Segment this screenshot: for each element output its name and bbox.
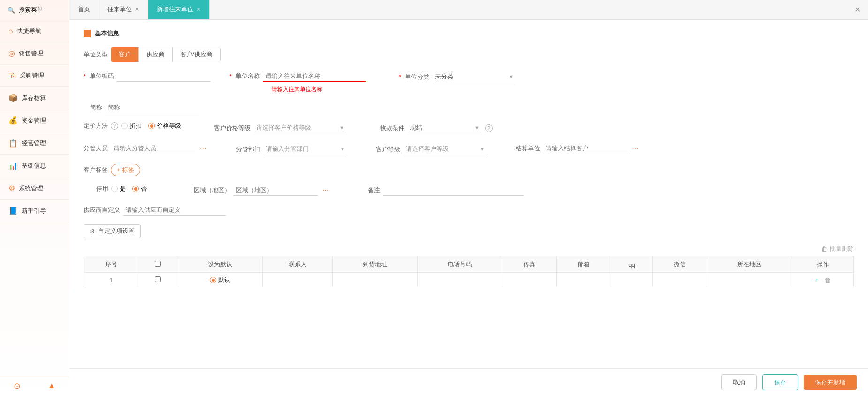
col-default: 设为默认 (178, 256, 263, 273)
radio-yes[interactable]: 是 (111, 185, 126, 193)
btn-supplier[interactable]: 供应商 (139, 47, 173, 62)
pricing-method-label: 定价方法 (84, 122, 108, 130)
dept-group: 分管部门 请输入分管部门 ▼ (236, 143, 348, 155)
basic-info-icon: 📊 (8, 161, 18, 170)
settlement-unit-input[interactable] (543, 143, 627, 154)
unit-type-row: 单位类型 客户 供应商 客户/供应商 (84, 47, 854, 62)
supplier-custom-label: 供应商自定义 (84, 206, 120, 214)
region-input[interactable] (233, 185, 318, 196)
sidebar-item-purchase[interactable]: 🛍 采购管理 (0, 65, 69, 87)
sidebar-extra-btn[interactable]: ▲ (35, 376, 69, 396)
quick-nav-icon: ⌂ (8, 27, 13, 35)
radio-discount[interactable]: 折扣 (121, 122, 142, 130)
manager-input[interactable] (111, 143, 195, 154)
pricing-radio-group: 折扣 价格等级 (121, 122, 181, 130)
batch-delete-label[interactable]: 批量删除 (830, 245, 854, 253)
cell-qq (611, 273, 653, 287)
region-more-icon[interactable]: ··· (320, 186, 330, 194)
unit-code-input[interactable]: 000009 (117, 70, 211, 82)
save-new-button[interactable]: 保存并新增 (804, 375, 857, 390)
tab-add-partner-close[interactable]: ✕ (196, 6, 201, 13)
sidebar-item-capital[interactable]: 💰 资金管理 (0, 109, 69, 132)
tab-partner-list[interactable]: 往来单位 ✕ (99, 0, 148, 19)
manager-label: 分管人员 (84, 144, 108, 153)
payment-terms-group: 收款条件 现结 ▼ ? (380, 122, 493, 134)
select-all-checkbox[interactable] (155, 261, 161, 267)
custom-settings-button[interactable]: ⚙ 自定义项设置 (84, 224, 141, 238)
tab-home[interactable]: 首页 (69, 0, 99, 19)
row-checkbox[interactable] (155, 276, 161, 282)
sidebar-item-label: 系统管理 (19, 184, 43, 193)
radio-no[interactable]: 否 (132, 185, 147, 193)
supplier-custom-input[interactable] (123, 204, 226, 216)
add-tag-button[interactable]: + 标签 (111, 164, 140, 176)
col-fax: 传真 (502, 256, 556, 273)
radio-price-level-label: 价格等级 (157, 122, 181, 130)
unit-code-group: * 单位编码 000009 (84, 70, 211, 82)
sidebar-item-operations[interactable]: 📋 经营管理 (0, 132, 69, 155)
default-label: 默认 (218, 276, 230, 284)
manager-group: 分管人员 ··· (84, 143, 208, 154)
default-radio[interactable]: 默认 (183, 276, 258, 284)
unit-category-select[interactable]: 未分类 ▼ (432, 70, 517, 83)
sidebar-item-inventory[interactable]: 📦 库存核算 (0, 87, 69, 109)
default-radio-circle (210, 277, 216, 283)
supplier-custom-row: 供应商自定义 (84, 204, 854, 216)
table-row: 1 默认 (84, 273, 854, 287)
cell-default: 默认 (178, 273, 263, 287)
pricing-method-help-icon[interactable]: ? (111, 122, 118, 130)
sidebar-item-new-guide[interactable]: 📘 新手引导 (0, 200, 69, 222)
col-seq: 序号 (84, 256, 138, 273)
del-row-icon[interactable]: 🗑 (824, 277, 830, 284)
window-close-icon[interactable]: ✕ (854, 5, 860, 14)
save-button[interactable]: 保存 (762, 374, 798, 390)
customer-level-select[interactable]: 请选择客户等级 ▼ (403, 143, 487, 155)
cancel-button[interactable]: 取消 (721, 374, 757, 390)
payment-terms-chevron-icon: ▼ (474, 125, 480, 131)
required-star-code: * (84, 73, 86, 80)
settings-gear-icon: ⚙ (90, 228, 95, 235)
tab-partner-list-close[interactable]: ✕ (135, 6, 139, 13)
abbr-group: 简称 (84, 102, 199, 113)
payment-terms-help-icon[interactable]: ? (485, 124, 493, 132)
unit-name-group: * 单位名称 请输入往来单位名称 (229, 70, 366, 93)
manager-more-icon[interactable]: ··· (198, 144, 208, 153)
settlement-unit-more-icon[interactable]: ··· (630, 144, 640, 153)
customer-price-level-select[interactable]: 请选择客户价格等级 ▼ (253, 122, 347, 134)
customer-price-level-label: 客户价格等级 (214, 124, 251, 132)
sidebar-item-basic-info[interactable]: 📊 基础信息 (0, 155, 69, 177)
disable-radio-group: 是 否 (111, 185, 147, 193)
cell-region (707, 273, 792, 287)
remark-input[interactable] (383, 185, 524, 196)
btn-customer[interactable]: 客户 (111, 47, 139, 62)
sidebar-item-sys-mgmt[interactable]: ⚙ 系统管理 (0, 177, 69, 200)
unit-name-input[interactable] (263, 70, 366, 82)
sidebar-item-quick-nav[interactable]: ⌂ 快捷导航 (0, 20, 69, 42)
cell-checkbox[interactable] (138, 273, 178, 287)
add-row-icon[interactable]: + (815, 277, 819, 284)
abbr-input[interactable] (105, 102, 199, 113)
operations-icon: 📋 (8, 139, 18, 148)
radio-no-circle (132, 186, 139, 192)
category-chevron-icon: ▼ (509, 74, 514, 79)
cell-wechat (653, 273, 707, 287)
btn-both[interactable]: 客户/供应商 (173, 47, 220, 62)
unit-code-label: 单位编码 (90, 72, 114, 80)
radio-price-level[interactable]: 价格等级 (148, 122, 181, 130)
disable-group: 停用 是 否 (84, 185, 147, 193)
col-checkbox (138, 256, 178, 273)
tab-add-partner[interactable]: 新增往来单位 ✕ (148, 0, 210, 19)
sidebar-item-sales[interactable]: ◎ 销售管理 (0, 42, 69, 65)
cell-address (332, 273, 417, 287)
dept-select[interactable]: 请输入分管部门 ▼ (263, 143, 348, 155)
cell-phone (417, 273, 502, 287)
region-group: 区域（地区） ··· (194, 185, 330, 196)
sidebar-item-search[interactable]: 🔍 搜索菜单 (0, 0, 69, 20)
remark-group: 备注 (368, 185, 524, 196)
payment-terms-select[interactable]: 现结 ▼ (407, 122, 482, 134)
sidebar-home-btn[interactable]: ⊙ (0, 376, 35, 396)
customer-level-label: 客户等级 (376, 145, 400, 154)
sidebar-bottom: ⊙ ▲ (0, 376, 69, 396)
payment-terms-value: 现结 (410, 124, 422, 132)
dept-label: 分管部门 (236, 145, 260, 154)
